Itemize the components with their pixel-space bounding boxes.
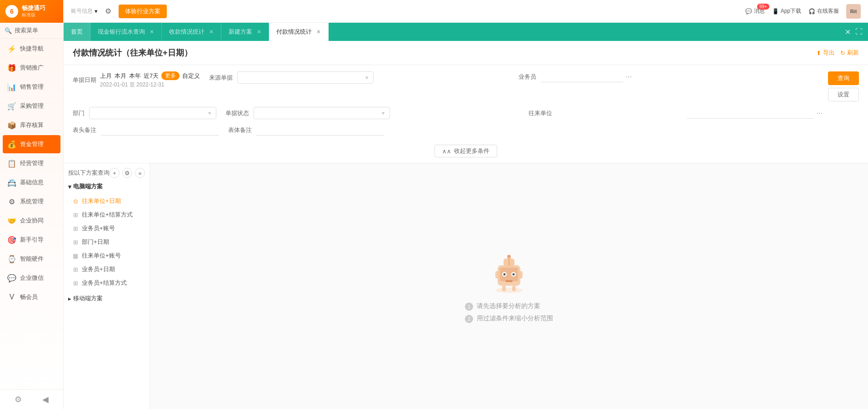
sidebar-item-corp[interactable]: 🤝企业协同	[3, 212, 60, 230]
topbar-notification[interactable]: 💬 消息 99+	[745, 7, 765, 15]
corp-icon: 🤝	[7, 216, 16, 225]
tab-label-receivable: 收款情况统计	[169, 28, 205, 36]
add-scheme-btn[interactable]: +	[110, 168, 120, 178]
app-icon: 📱	[772, 8, 779, 15]
dept-select[interactable]: ▾	[89, 107, 216, 119]
collapse-icon[interactable]: ◀	[42, 394, 49, 404]
service-label: 在线客服	[817, 7, 839, 15]
date-opt-custom[interactable]: 自定义	[182, 72, 200, 80]
tip-num-1: 1	[465, 303, 473, 311]
vstatus-select[interactable]: ▾	[254, 107, 390, 119]
query-btn[interactable]: 查询	[828, 71, 859, 85]
tab-close-payment[interactable]: ✕	[316, 29, 321, 35]
sidebar-item-quicknav[interactable]: ⚡快捷导航	[3, 40, 60, 58]
tab-home[interactable]: 首页	[64, 23, 90, 41]
sidebar-item-hardware[interactable]: ⌚智能硬件	[3, 250, 60, 268]
scheme-icon-5: ⊞	[72, 266, 79, 273]
vstatus-chevron-icon: ▾	[382, 110, 385, 116]
settings-btn[interactable]: 设置	[828, 88, 859, 101]
topbar-account[interactable]: 账号信息 ▾	[71, 7, 98, 15]
tab-fullscreen-icon[interactable]: ⛶	[855, 28, 863, 36]
tab-label-payment: 付款情况统计	[276, 28, 312, 36]
sidebar-item-basic[interactable]: 📇基础信息	[3, 173, 60, 192]
source-select[interactable]: ▾	[237, 71, 374, 84]
sidebar-item-finance[interactable]: 💰资金管理	[3, 135, 60, 153]
sidebar-search[interactable]: 🔍 搜索菜单	[0, 23, 63, 39]
topbar-app-download[interactable]: 📱 App下载	[772, 7, 801, 15]
partner-input[interactable]	[687, 108, 814, 119]
marketing-icon: 🎁	[7, 63, 16, 72]
scheme-item-0[interactable]: ⊙往来单位+日期	[68, 194, 145, 208]
tab-close-receivable[interactable]: ✕	[209, 29, 214, 35]
tab-newplan[interactable]: 新建方案✕	[221, 23, 269, 41]
date-opt-7days[interactable]: 近7天	[144, 72, 159, 80]
collapse-scheme-btn[interactable]: «	[135, 168, 145, 178]
sidebar-item-sales[interactable]: 📊销售管理	[3, 78, 60, 96]
settings-scheme-btn[interactable]: ⚙	[122, 168, 132, 178]
export-btn[interactable]: ⬆ 导出	[816, 49, 835, 57]
svg-rect-7	[505, 280, 513, 282]
inventory-icon: 📦	[7, 121, 16, 130]
topbar-online-service[interactable]: 🎧 在线客服	[808, 7, 839, 15]
sidebar-logo: 6 畅捷通巧 标准版	[0, 0, 63, 23]
sidebar-item-guide[interactable]: 🎯新手引导	[3, 231, 60, 249]
trial-btn[interactable]: 体验行业方案	[119, 5, 167, 18]
scheme-item-6[interactable]: ⊞业务员+结算方式	[68, 276, 145, 290]
scheme-item-4[interactable]: ▦往来单位+账号	[68, 249, 145, 263]
svg-point-14	[507, 255, 511, 258]
filter-vstatus-group: 单据状态 ▾	[225, 107, 519, 119]
scheme-label-3: 部门+日期	[82, 238, 109, 246]
collapse-up-icon: ∧∧	[442, 148, 451, 155]
page-content: 付款情况统计（往来单位+日期） ⬆ 导出 ↻ 刷新 单据日期	[64, 41, 868, 409]
sidebar-item-marketing[interactable]: 🎁营销推广	[3, 59, 60, 77]
date-opt-year[interactable]: 本年	[129, 72, 141, 80]
scheme-label-5: 业务员+日期	[82, 265, 115, 273]
date-opt-this[interactable]: 本月	[115, 72, 126, 80]
tab-receivable[interactable]: 收款情况统计✕	[162, 23, 221, 41]
logo-text: 畅捷通巧	[22, 5, 45, 12]
scheme-items-container: ⊙往来单位+日期⊞往来单位+结算方式⊞业务员+账号⊞部门+日期▦往来单位+账号⊞…	[68, 194, 145, 290]
collapse-btn[interactable]: ∧∧ 收起更多条件	[434, 145, 497, 157]
sidebar-item-member[interactable]: V畅会员	[3, 288, 60, 306]
tab-payment[interactable]: 付款情况统计✕	[269, 23, 329, 41]
scheme-item-2[interactable]: ⊞业务员+账号	[68, 222, 145, 235]
page-title: 付款情况统计（往来单位+日期）	[73, 47, 192, 58]
sidebar-item-label-quicknav: 快捷导航	[20, 45, 44, 53]
scheme-item-5[interactable]: ⊞业务员+日期	[68, 263, 145, 276]
scheme-item-1[interactable]: ⊞往来单位+结算方式	[68, 208, 145, 222]
sidebar-item-operation[interactable]: 📋经营管理	[3, 154, 60, 172]
date-opt-prev[interactable]: 上月	[100, 72, 112, 80]
refresh-btn[interactable]: ↻ 刷新	[840, 49, 859, 57]
salesman-input[interactable]	[541, 71, 623, 82]
topbar-avatar[interactable]: Rit	[846, 4, 861, 19]
service-icon: 🎧	[808, 8, 815, 15]
date-opt-more[interactable]: 更多	[161, 71, 180, 80]
tabbar: 首页现金银行流水查询✕收款情况统计✕新建方案✕付款情况统计✕ ✕ ⛶	[64, 23, 868, 41]
tab-cashflow[interactable]: 现金银行流水查询✕	[90, 23, 162, 41]
settings-icon[interactable]: ⚙	[15, 394, 22, 404]
body-note-input[interactable]	[256, 125, 384, 136]
tab-close-cashflow[interactable]: ✕	[150, 29, 154, 35]
sidebar-item-inventory[interactable]: 📦库存核算	[3, 116, 60, 134]
topbar-settings-btn[interactable]: ⚙	[101, 5, 115, 18]
svg-point-0	[495, 288, 523, 293]
filter-row-1: 单据日期 上月 本月 本年 近7天 更多 自定义 2022-01-01 至 20…	[73, 71, 859, 101]
salesman-ellipsis[interactable]: ···	[626, 73, 632, 81]
sidebar-item-system[interactable]: ⚙系统管理	[3, 192, 60, 211]
scheme-item-3[interactable]: ⊞部门+日期	[68, 235, 145, 249]
sidebar-item-label-operation: 经营管理	[20, 159, 44, 167]
header-note-input[interactable]	[101, 125, 219, 136]
tip-text-1: 请先选择要分析的方案	[477, 302, 540, 310]
scheme-mobile-title[interactable]: ▸ 移动端方案	[68, 294, 145, 303]
sidebar-item-label-system: 系统管理	[20, 197, 44, 206]
query-buttons: 查询 设置	[828, 71, 859, 101]
collapse-container: ∧∧ 收起更多条件	[73, 141, 859, 163]
source-chevron-icon: ▾	[365, 74, 369, 81]
tab-close-newplan[interactable]: ✕	[257, 29, 261, 35]
sidebar-item-wechat[interactable]: 💬企业微信	[3, 269, 60, 287]
partner-label: 往来单位	[529, 109, 552, 117]
sidebar-item-purchase[interactable]: 🛒采购管理	[3, 97, 60, 115]
partner-ellipsis[interactable]: ···	[817, 109, 823, 117]
tab-close-all-icon[interactable]: ✕	[845, 28, 851, 36]
sidebar-search-label: 搜索菜单	[15, 26, 38, 35]
